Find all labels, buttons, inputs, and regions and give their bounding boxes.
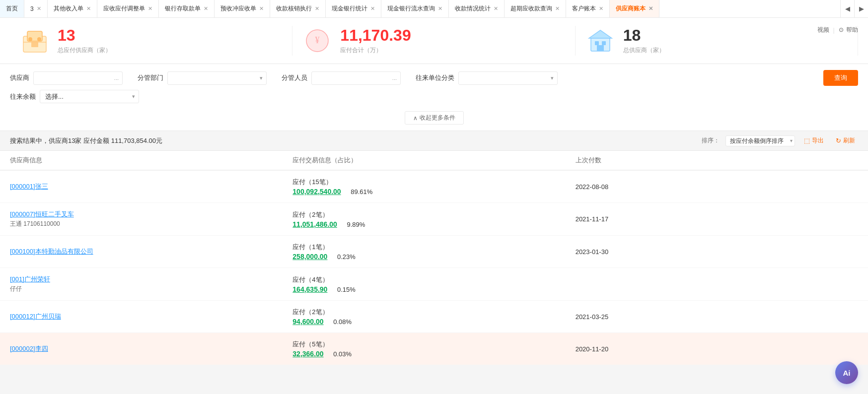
nav-tab-3[interactable]: 3 ✕: [24, 0, 48, 18]
svg-marker-9: [589, 30, 612, 38]
supplier-link-3[interactable]: [000100]本特勤油品有限公司: [10, 248, 93, 255]
close-tab-collection-stats[interactable]: ✕: [494, 5, 498, 12]
supplier-count: 13: [58, 27, 111, 44]
search-button[interactable]: 查询: [823, 70, 858, 86]
payable-amount-5[interactable]: 94,600.00: [292, 318, 323, 326]
balance-select[interactable]: 选择...: [40, 90, 139, 103]
supplier-icon: [20, 26, 50, 56]
dept-select[interactable]: [167, 71, 267, 85]
payable-amount-6[interactable]: 32,366.00: [292, 350, 323, 358]
close-tab-cash-bank-stats[interactable]: ✕: [370, 5, 375, 12]
nav-arrows: ◀ ▶: [840, 0, 868, 18]
supplier-input[interactable]: [33, 71, 123, 85]
svg-point-3: [37, 37, 41, 41]
col-header-lastpay: 上次付数: [576, 156, 858, 165]
person-dots-icon[interactable]: ...: [392, 75, 397, 81]
refresh-icon: ↻: [836, 137, 841, 144]
supplier-cell-1: [000001]张三: [10, 182, 292, 191]
svg-rect-10: [595, 41, 599, 45]
payable-count-5: 应付（2笔）: [292, 308, 575, 317]
dept-select-wrap: ▾: [167, 71, 267, 85]
stat-block-amount: ¥ 11,170.39 应付合计（万）: [292, 26, 575, 56]
balance-filter-label: 往来余额: [10, 92, 36, 101]
nav-tab-collection-stats[interactable]: 收款情况统计 ✕: [449, 0, 505, 18]
lastpay-date-5: 2021-03-25: [576, 313, 609, 321]
nav-tab-other-income[interactable]: 其他收入单 ✕: [48, 0, 97, 18]
nav-tab-ap-adjust[interactable]: 应收应付调整单 ✕: [97, 0, 159, 18]
close-tab-supplier-account[interactable]: ✕: [649, 5, 653, 12]
filter-row-1: 供应商 ... 分管部门 ▾ 分管人员 ...: [10, 70, 858, 86]
lastpay-date-3: 2023-01-30: [576, 248, 609, 256]
close-tab-3[interactable]: ✕: [37, 5, 41, 12]
nav-tab-supplier-account[interactable]: 供应商账本 ✕: [610, 0, 659, 18]
supplier-link-2[interactable]: [000007]恒旺二手叉车: [10, 210, 74, 218]
payable-amount-1[interactable]: 100,092,540.00: [292, 188, 341, 196]
payable-percent-5: 0.08%: [333, 318, 352, 326]
category-filter-label: 往来单位分类: [416, 73, 454, 82]
sort-area: 排序： 按应付余额倒序排序 ▾ ⬚ 导出 ↻ 刷新: [702, 135, 858, 146]
sort-select[interactable]: 按应付余额倒序排序: [725, 135, 795, 146]
help-icon: ⊙: [839, 26, 844, 33]
nav-tab-advance-collect[interactable]: 预收冲应收单 ✕: [215, 0, 270, 18]
filter-row-2: 往来余额 选择... ▾: [10, 90, 858, 103]
supplier-link-6[interactable]: [000002]李四: [10, 345, 48, 352]
payable-cell-4: 应付（4笔） 164,635.90 0.15%: [292, 275, 575, 293]
supplier-link-5[interactable]: [000012]广州贝瑞: [10, 313, 61, 320]
svg-text:¥: ¥: [315, 35, 320, 45]
video-link[interactable]: 视频: [817, 26, 829, 34]
divider: |: [833, 27, 835, 34]
close-tab-cash-bank-flow[interactable]: ✕: [438, 5, 442, 12]
nav-tab-customer-account[interactable]: 客户账本 ✕: [566, 0, 610, 18]
payable-amount-3[interactable]: 258,000.00: [292, 253, 327, 261]
svg-rect-12: [597, 45, 604, 51]
refresh-button[interactable]: ↻ 刷新: [833, 135, 858, 146]
nav-tab-bank-deposit[interactable]: 银行存取款单 ✕: [159, 0, 215, 18]
payable-count-6: 应付（5笔）: [292, 340, 575, 349]
amount-icon: ¥: [302, 26, 332, 56]
category-select[interactable]: [458, 71, 558, 85]
supplier-link-4[interactable]: [001]广州荣轩: [10, 275, 50, 283]
table-row: [000100]本特勤油品有限公司 应付（1笔） 258,000.00 0.23…: [0, 236, 868, 268]
filter-area: 供应商 ... 分管部门 ▾ 分管人员 ...: [0, 64, 868, 131]
payable-percent-2: 9.89%: [347, 221, 365, 228]
stat-content-amount: 11,170.39 应付合计（万）: [340, 27, 411, 55]
help-link[interactable]: ⊙ 帮助: [839, 26, 858, 34]
lastpay-cell-5: 2021-03-25: [576, 313, 858, 321]
close-tab-collection-verify[interactable]: ✕: [315, 5, 319, 12]
sort-label: 排序：: [702, 136, 720, 145]
payable-amount-2[interactable]: 11,051,486.00: [292, 220, 337, 228]
supplier-dots-icon[interactable]: ...: [114, 75, 119, 81]
export-icon: ⬚: [804, 137, 810, 144]
nav-arrow-left[interactable]: ◀: [840, 0, 854, 18]
nav-tab-overdue-collect[interactable]: 超期应收款查询 ✕: [505, 0, 566, 18]
person-input[interactable]: [311, 71, 401, 85]
header-right-links: 视频 | ⊙ 帮助: [817, 26, 858, 34]
collapse-button[interactable]: ∧ 收起更多条件: [405, 111, 464, 125]
nav-tab-cash-bank-flow[interactable]: 现金银行流水查询 ✕: [381, 0, 449, 18]
collapse-up-icon: ∧: [413, 115, 418, 122]
nav-tab-collection-verify[interactable]: 收款核销执行 ✕: [270, 0, 326, 18]
close-tab-overdue-collect[interactable]: ✕: [555, 5, 560, 12]
payable-amount-4[interactable]: 164,635.90: [292, 285, 327, 293]
header-stats: 13 总应付供应商（家） ¥ 11,170.39 应付合计（万）: [0, 18, 868, 64]
col-header-supplier: 供应商信息: [10, 156, 292, 165]
supplier-link-1[interactable]: [000001]张三: [10, 183, 48, 190]
nav-tab-home[interactable]: 首页: [0, 0, 24, 18]
svg-point-2: [28, 37, 32, 41]
close-tab-advance-collect[interactable]: ✕: [259, 5, 264, 12]
lastpay-cell-1: 2022-08-08: [576, 183, 858, 191]
supplier-label: 总应付供应商（家）: [58, 46, 111, 55]
total-supplier-count: 18: [623, 27, 665, 44]
close-tab-customer-account[interactable]: ✕: [599, 5, 603, 12]
close-tab-bank-deposit[interactable]: ✕: [204, 5, 208, 12]
nav-tab-cash-bank-stats[interactable]: 现金银行统计 ✕: [326, 0, 381, 18]
svg-rect-11: [602, 41, 606, 45]
payable-cell-6: 应付（5笔） 32,366.00 0.03%: [292, 340, 575, 358]
close-tab-ap-adjust[interactable]: ✕: [148, 5, 152, 12]
filter-item-category: 往来单位分类 ▾: [416, 71, 558, 85]
filter-item-supplier: 供应商 ...: [10, 71, 123, 85]
close-tab-other-income[interactable]: ✕: [86, 5, 91, 12]
nav-arrow-right[interactable]: ▶: [854, 0, 868, 18]
balance-select-wrap: 选择... ▾: [40, 90, 139, 103]
export-button[interactable]: ⬚ 导出: [801, 135, 827, 146]
